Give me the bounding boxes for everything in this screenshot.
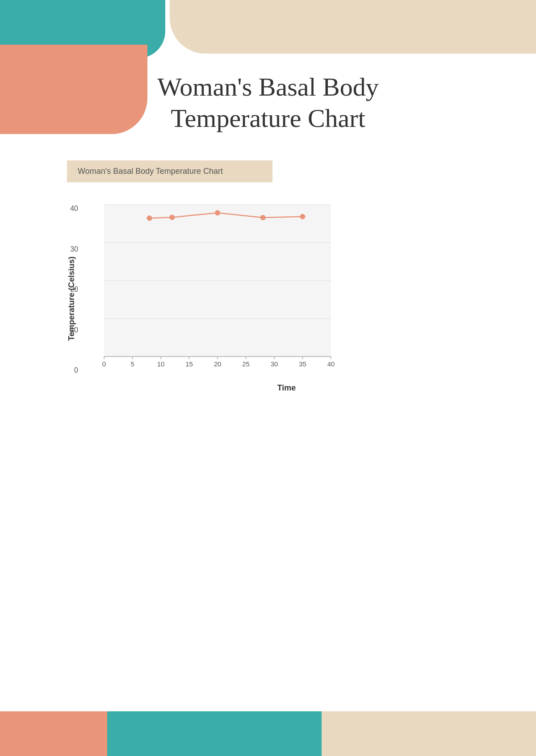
y-tick-30: 30 [59, 245, 78, 253]
data-point-5 [300, 214, 306, 219]
x-tick-label-10: 10 [157, 360, 165, 368]
y-tick-40: 40 [59, 205, 78, 213]
x-tick-label-20: 20 [214, 360, 222, 368]
legend-label: Woman's Basal Body Temperature Chart [78, 167, 223, 176]
x-tick-label-35: 35 [299, 360, 306, 368]
x-tick-label-30: 30 [271, 360, 278, 368]
y-tick-10: 10 [59, 326, 78, 334]
chart-area: 0 10 20 30 40 [81, 205, 469, 393]
chart-svg: 0 5 10 15 20 [81, 205, 331, 374]
x-tick-label-25: 25 [242, 360, 250, 368]
y-tick-20: 20 [59, 286, 78, 294]
x-tick-label-40: 40 [327, 360, 335, 368]
y-tick-0: 0 [59, 366, 78, 374]
y-axis-ticks: 0 10 20 30 40 [59, 205, 78, 374]
page-title: Woman's Basal Body Temperature Chart [112, 71, 424, 134]
x-tick-label-15: 15 [185, 360, 193, 368]
chart-container: Temperature (Celsius) 0 10 20 30 40 [67, 205, 469, 393]
x-tick-label-5: 5 [130, 360, 134, 368]
chart-legend: Woman's Basal Body Temperature Chart [67, 160, 272, 182]
data-point-4 [260, 215, 266, 220]
x-axis-label: Time [104, 383, 469, 393]
x-tick-label-0: 0 [102, 360, 106, 368]
chart-inner: 0 10 20 30 40 [81, 205, 469, 393]
data-point-3 [215, 210, 220, 216]
chart-svg-wrapper: 0 5 10 15 20 [81, 205, 469, 376]
data-point-2 [169, 215, 175, 220]
data-point-1 [147, 215, 152, 221]
